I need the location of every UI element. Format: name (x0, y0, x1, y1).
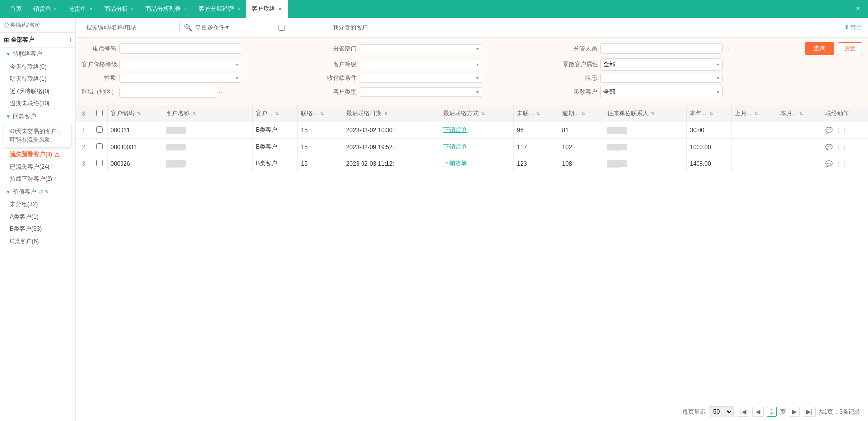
my-customers-checkbox[interactable] (233, 25, 331, 31)
col-last-month[interactable]: 上月... ⇅ (732, 105, 777, 122)
customer-grade-arrow-icon: ▾ (476, 62, 479, 67)
more-actions-icon[interactable]: ⋮⋮ (836, 160, 847, 167)
sidebar-item-churn-warning[interactable]: 流失预警客户(3) ⚠ (0, 149, 75, 161)
chat-icon[interactable]: 💬 (825, 144, 833, 150)
row-checkbox[interactable] (96, 143, 103, 149)
phone-input[interactable] (119, 43, 241, 54)
col-code[interactable]: 客户编码 ⇅ (107, 105, 163, 122)
col-last-date[interactable]: 最后联络日期 ⇅ (343, 105, 440, 122)
export-button[interactable]: ⬆ 导出 (844, 24, 862, 32)
chat-icon[interactable]: 💬 (825, 160, 833, 167)
search-input[interactable] (82, 22, 180, 33)
nav-item-customer-tier[interactable]: 客户分层经营 × (193, 0, 246, 18)
settings-icon[interactable]: ⚙ (81, 110, 86, 117)
sidebar-item-b-class[interactable]: B类客户(33) (0, 223, 75, 235)
search-button[interactable]: 🔍 (184, 24, 192, 31)
col-overdue[interactable]: 逾期... ⇅ (559, 105, 604, 122)
col-type[interactable]: 客户... ⇅ (253, 105, 298, 122)
nav-item-purchase[interactable]: 进货单 × (63, 0, 98, 18)
dept-dropdown[interactable]: ▾ (360, 44, 482, 53)
more-actions-icon[interactable]: ⋮⋮ (836, 144, 847, 150)
row-checkbox[interactable] (96, 160, 103, 166)
price-grade-dropdown[interactable]: ▾ (119, 60, 241, 69)
prev-page-button[interactable]: ◀ (752, 407, 764, 417)
next-page-button[interactable]: ▶ (789, 407, 800, 417)
manager-more-icon[interactable]: ··· (724, 45, 729, 52)
close-icon-customer-tier[interactable]: × (237, 6, 240, 12)
first-page-button[interactable]: |◀ (737, 407, 749, 417)
per-page-select[interactable]: 50 100 200 (709, 406, 734, 417)
col-contact-label: 联络... (301, 110, 317, 117)
sidebar-item-ungrouped[interactable]: 未分组(32) (0, 198, 75, 211)
close-icon-customer-contact[interactable]: × (278, 6, 281, 12)
close-icon-purchase[interactable]: × (89, 6, 92, 12)
status-dropdown[interactable]: ▾ (600, 74, 723, 83)
question-icon-declining: ? (53, 176, 57, 183)
customer-type-dropdown[interactable]: ▾ (360, 87, 482, 97)
retail-customer-dropdown[interactable]: 全部 ▾ (600, 86, 723, 98)
col-uncontacted[interactable]: 未联... ⇅ (514, 105, 559, 122)
more-actions-icon[interactable]: ⋮⋮ (836, 127, 847, 134)
manager-input[interactable] (600, 43, 723, 54)
settings-button[interactable]: 设置 (838, 42, 862, 55)
sidebar-item-c-class[interactable]: C类客户(6) (0, 235, 75, 248)
my-customers-checkbox-area[interactable]: 我分管的客户 (233, 24, 368, 32)
cell-type: B类客户 (253, 155, 298, 172)
region-input[interactable] (119, 87, 217, 98)
sidebar-group-value[interactable]: ▼ 价值客户 ↺ ✎ (0, 185, 75, 198)
sidebar-item-overdue[interactable]: 逾期未联络(30) (0, 98, 75, 110)
col-contact2[interactable]: 往来单位联系人 ⇅ (604, 105, 687, 122)
item-label-churn-warning: 流失预警客户(3) (10, 150, 52, 159)
sidebar-group-pending[interactable]: ▼ 待联络客户 (0, 48, 75, 61)
sidebar-item-tomorrow[interactable]: 明天待联络(1) (0, 73, 75, 85)
sort-icon-contact2: ⇅ (651, 111, 655, 116)
nav-item-analysis[interactable]: 商品分析 × (98, 0, 140, 18)
col-settings[interactable]: ⚙ (76, 105, 92, 122)
query-button[interactable]: 查询 (805, 42, 834, 55)
sidebar-search-input[interactable] (4, 22, 76, 28)
payment-label: 收付款条件 (322, 74, 357, 82)
close-icon-sales[interactable]: × (54, 6, 57, 12)
cell-index: 1 (76, 122, 92, 139)
nav-item-customer-contact[interactable]: 客户联络 × (246, 0, 287, 18)
row-checkbox[interactable] (96, 126, 103, 133)
sidebar-item-churned[interactable]: 已流失客户(24) ? (0, 161, 75, 173)
nav-item-home[interactable]: 首页 (4, 0, 27, 18)
col-last-method[interactable]: 最后联络方式 ⇅ (440, 105, 514, 122)
col-this-month[interactable]: 本月... ⇅ (777, 105, 822, 122)
col-checkbox[interactable] (92, 105, 107, 122)
nature-dropdown[interactable]: ▾ (119, 74, 241, 83)
sidebar-item-today[interactable]: 今天待联络(0) (0, 61, 75, 73)
table-row: 2 00030031 ████ B类客户 15 2023-02-09 19:52… (76, 139, 868, 155)
col-this-year[interactable]: 本年... ⇅ (687, 105, 732, 122)
sort-icon-this-year: ⇅ (709, 111, 713, 116)
region-more-icon[interactable]: ··· (219, 89, 224, 96)
sidebar-group-returning[interactable]: ▼ 回款客户 (0, 110, 75, 123)
edit-icon[interactable]: ✎ (45, 189, 49, 195)
select-all-checkbox[interactable] (96, 110, 103, 116)
close-icon-analysis[interactable]: × (131, 6, 134, 12)
cell-checkbox[interactable] (92, 139, 107, 155)
col-contact[interactable]: 联络... ⇅ (298, 105, 343, 122)
sidebar-item-7days[interactable]: 近7天待联络(0) (0, 85, 75, 98)
col-code-label: 客户编码 (111, 110, 134, 117)
cell-this-year: 1000.00 (687, 139, 732, 155)
sidebar-all-customers[interactable]: ⊞ 全部客户 《 (0, 33, 75, 48)
col-action: 联络动作 (822, 105, 868, 122)
more-conditions-button[interactable]: ▽ 更多条件 ▾ (196, 24, 229, 32)
retail-attr-dropdown[interactable]: 全部 ▾ (600, 58, 723, 71)
cell-checkbox[interactable] (92, 122, 107, 139)
close-all-button[interactable]: × (852, 4, 864, 13)
last-page-button[interactable]: ▶| (803, 407, 816, 417)
close-icon-analysis-list[interactable]: × (184, 6, 187, 12)
cell-checkbox[interactable] (92, 155, 107, 172)
sidebar-item-a-class[interactable]: A类客户(1) (0, 211, 75, 223)
nav-item-analysis-list[interactable]: 商品分析列表 × (140, 0, 193, 18)
sidebar-item-declining[interactable]: 持续下滑客户(2) ? (0, 173, 75, 185)
refresh-icon[interactable]: ↺ (38, 189, 43, 195)
chat-icon[interactable]: 💬 (825, 127, 833, 134)
customer-grade-dropdown[interactable]: ▾ (360, 60, 482, 69)
payment-dropdown[interactable]: ▾ (360, 74, 482, 83)
col-name[interactable]: 客户名称 ⇅ (163, 105, 253, 122)
nav-item-sales[interactable]: 销货单 × (27, 0, 63, 18)
